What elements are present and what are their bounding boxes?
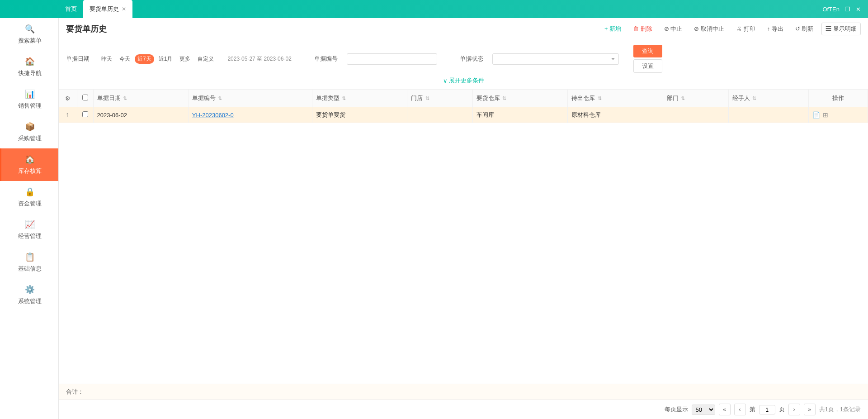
expand-chevron-icon: ∨ bbox=[443, 77, 448, 84]
col-out-warehouse[interactable]: 待出仓库 ⇅ bbox=[568, 90, 663, 107]
new-button[interactable]: + 新增 bbox=[601, 23, 625, 35]
toolbar: + 新增 🗑 删除 ⊘ 中止 ⊘ 取消中止 🖨 打印 ↑ 导出 ↺ 刷新 ☰ 显… bbox=[601, 23, 861, 35]
row-action-cell: 📄 ⊞ bbox=[809, 107, 868, 123]
top-bar-right: OfTEn ❐ ✕ bbox=[822, 0, 861, 18]
row-number[interactable]: YH-20230602-0 bbox=[188, 107, 312, 123]
finance-icon: 🔒 bbox=[25, 187, 35, 197]
date-yesterday[interactable]: 昨天 bbox=[99, 54, 115, 64]
sidebar-item-system-label: 系统管理 bbox=[18, 297, 42, 305]
tab-close-icon[interactable]: ✕ bbox=[122, 6, 126, 12]
search-icon: 🔍 bbox=[25, 24, 35, 34]
sort-store-icon: ⇅ bbox=[425, 95, 429, 101]
next-page-button[interactable]: › bbox=[788, 404, 800, 415]
row-seq: 1 bbox=[59, 107, 77, 123]
sidebar-item-operation[interactable]: 📈 经营管理 bbox=[0, 214, 58, 246]
expand-more-btn[interactable]: ∨ 展开更多条件 bbox=[443, 76, 484, 85]
brand-label: OfTEn bbox=[822, 6, 840, 13]
date-today[interactable]: 今天 bbox=[117, 54, 133, 64]
cancel-stop-button[interactable]: ⊘ 取消中止 bbox=[690, 23, 728, 35]
sidebar-item-basic[interactable]: 📋 基础信息 bbox=[0, 246, 58, 279]
sidebar-item-operation-label: 经营管理 bbox=[18, 232, 42, 240]
col-number[interactable]: 单据编号 ⇅ bbox=[188, 90, 312, 107]
row-type: 要货单要货 bbox=[312, 107, 407, 123]
settings-button[interactable]: 设置 bbox=[633, 59, 662, 73]
date-filter-label: 单据日期 bbox=[66, 55, 90, 63]
main-layout: 🔍 搜索菜单 🏠 快捷导航 📊 销售管理 📦 采购管理 🏠 库存核算 🔒 资金管… bbox=[0, 18, 868, 419]
col-action: 操作 bbox=[809, 90, 868, 107]
row-store bbox=[407, 107, 472, 123]
prev-page-button[interactable]: ‹ bbox=[734, 404, 746, 415]
page-header: 要货单历史 + 新增 🗑 删除 ⊘ 中止 ⊘ 取消中止 🖨 打印 ↑ 导出 ↺ … bbox=[59, 18, 868, 40]
sort-type-icon: ⇅ bbox=[342, 95, 346, 101]
filter-row-1: 单据日期 昨天 今天 近7天 近1月 更多 自定义 2023-05-27 至 2… bbox=[66, 45, 861, 73]
sidebar-item-search[interactable]: 🔍 搜索菜单 bbox=[0, 18, 58, 51]
date-1month[interactable]: 近1月 bbox=[156, 54, 175, 64]
bill-number-input[interactable] bbox=[347, 53, 437, 65]
status-select[interactable] bbox=[492, 53, 619, 65]
operation-icon: 📈 bbox=[25, 219, 35, 229]
sidebar-item-quicknav[interactable]: 🏠 快捷导航 bbox=[0, 51, 58, 83]
close-window-icon[interactable]: ✕ bbox=[856, 6, 861, 13]
content-area: 要货单历史 + 新增 🗑 删除 ⊘ 中止 ⊘ 取消中止 🖨 打印 ↑ 导出 ↺ … bbox=[59, 18, 868, 419]
table-footer: 合计： bbox=[59, 384, 868, 400]
col-handler[interactable]: 经手人 ⇅ bbox=[728, 90, 809, 107]
row-edit-icon[interactable]: 📄 bbox=[812, 111, 820, 119]
sort-dept-icon: ⇅ bbox=[681, 95, 685, 101]
system-icon: ⚙️ bbox=[25, 285, 35, 295]
gear-icon: ⚙ bbox=[65, 95, 71, 102]
print-button[interactable]: 🖨 打印 bbox=[732, 23, 759, 35]
col-checkbox[interactable] bbox=[77, 90, 93, 107]
tab-active[interactable]: 要货单历史 ✕ bbox=[83, 0, 132, 18]
last-page-button[interactable]: » bbox=[804, 404, 816, 415]
sort-req-warehouse-icon: ⇅ bbox=[502, 95, 506, 101]
col-store[interactable]: 门店 ⇅ bbox=[407, 90, 472, 107]
sidebar-item-search-label: 搜索菜单 bbox=[18, 37, 42, 45]
display-detail-button[interactable]: ☰ 显示明细 bbox=[821, 23, 861, 35]
basic-icon: 📋 bbox=[25, 252, 35, 262]
sort-number-icon: ⇅ bbox=[218, 95, 222, 101]
refresh-button[interactable]: ↺ 刷新 bbox=[792, 23, 817, 35]
row-checkbox[interactable] bbox=[82, 111, 88, 117]
col-department[interactable]: 部门 ⇅ bbox=[663, 90, 728, 107]
page-number-input[interactable] bbox=[759, 405, 775, 414]
date-7days[interactable]: 近7天 bbox=[135, 54, 154, 64]
export-button[interactable]: ↑ 导出 bbox=[764, 23, 787, 35]
stop-button[interactable]: ⊘ 中止 bbox=[660, 23, 686, 35]
sidebar-item-inventory[interactable]: 🏠 库存核算 bbox=[0, 148, 58, 181]
sort-out-warehouse-icon: ⇅ bbox=[598, 95, 602, 101]
sidebar-item-inventory-label: 库存核算 bbox=[18, 167, 42, 175]
per-page-select[interactable]: 50 100 200 bbox=[692, 405, 715, 415]
sidebar-item-finance[interactable]: 🔒 资金管理 bbox=[0, 181, 58, 214]
sidebar-item-finance-label: 资金管理 bbox=[18, 200, 42, 208]
page-title: 要货单历史 bbox=[66, 24, 107, 34]
col-gear[interactable]: ⚙ bbox=[59, 90, 77, 107]
sidebar-item-purchase[interactable]: 📦 采购管理 bbox=[0, 116, 58, 148]
sidebar-item-sales[interactable]: 📊 销售管理 bbox=[0, 83, 58, 116]
table-header-row: ⚙ 单据日期 ⇅ 单据编号 ⇅ bbox=[59, 90, 868, 107]
query-button[interactable]: 查询 bbox=[633, 45, 662, 57]
tab-home[interactable]: 首页 bbox=[59, 0, 83, 18]
col-date[interactable]: 单据日期 ⇅ bbox=[93, 90, 188, 107]
col-type[interactable]: 单据类型 ⇅ bbox=[312, 90, 407, 107]
delete-button[interactable]: 🗑 删除 bbox=[629, 23, 656, 35]
pagination-bar: 每页显示 50 100 200 « ‹ 第 页 › » 共1页，1条记录 bbox=[59, 400, 868, 419]
select-all-checkbox[interactable] bbox=[82, 95, 88, 100]
sidebar-item-system[interactable]: ⚙️ 系统管理 bbox=[0, 279, 58, 311]
page-info: 共1页，1条记录 bbox=[819, 405, 861, 414]
col-req-warehouse[interactable]: 要货仓库 ⇅ bbox=[472, 90, 567, 107]
status-label: 单据状态 bbox=[460, 55, 483, 63]
row-req-warehouse: 车间库 bbox=[472, 107, 567, 123]
row-detail-icon[interactable]: ⊞ bbox=[823, 111, 828, 119]
filter-actions: 查询 设置 bbox=[633, 45, 662, 73]
sidebar-item-quicknav-label: 快捷导航 bbox=[18, 69, 42, 77]
action-icons: 📄 ⊞ bbox=[812, 111, 864, 119]
date-custom[interactable]: 自定义 bbox=[195, 54, 217, 64]
first-page-button[interactable]: « bbox=[719, 404, 731, 415]
expand-more-label: 展开更多条件 bbox=[449, 76, 484, 85]
date-more[interactable]: 更多 bbox=[177, 54, 193, 64]
row-number-link[interactable]: YH-20230602-0 bbox=[192, 112, 234, 119]
restore-icon[interactable]: ❐ bbox=[845, 6, 850, 13]
row-date: 2023-06-02 bbox=[93, 107, 188, 123]
row-checkbox-cell[interactable] bbox=[77, 107, 93, 123]
date-shortcuts: 昨天 今天 近7天 近1月 更多 自定义 bbox=[99, 54, 217, 64]
